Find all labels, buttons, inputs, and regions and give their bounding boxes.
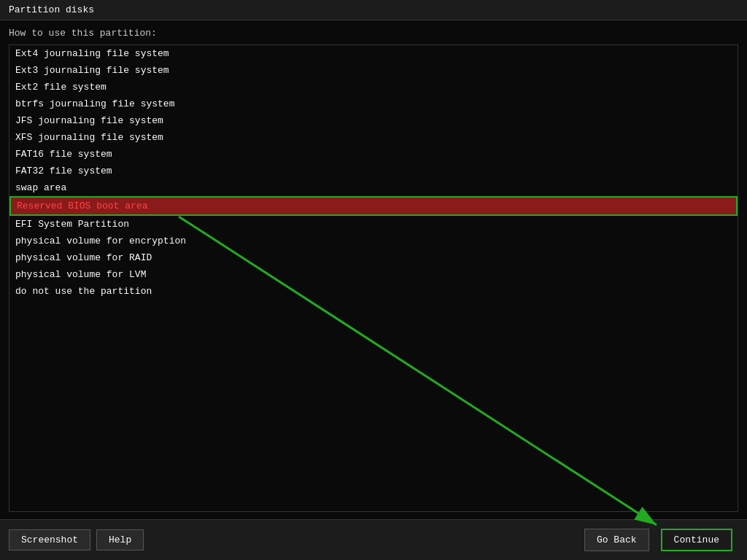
list-item[interactable]: FAT16 file system: [9, 146, 738, 163]
title-bar: Partition disks: [0, 0, 747, 20]
screenshot-button[interactable]: Screenshot: [9, 529, 90, 551]
list-item[interactable]: Ext3 journaling file system: [9, 62, 738, 79]
help-button[interactable]: Help: [96, 529, 144, 551]
list-item[interactable]: EFI System Partition: [9, 216, 738, 233]
main-content: How to use this partition: Ext4 journali…: [0, 20, 747, 519]
list-item[interactable]: JFS journaling file system: [9, 112, 738, 129]
subtitle: How to use this partition:: [9, 28, 738, 39]
list-item[interactable]: XFS journaling file system: [9, 129, 738, 146]
footer: Screenshot Help Go Back Continue: [0, 519, 747, 560]
list-item[interactable]: physical volume for RAID: [9, 249, 738, 266]
list-item[interactable]: Reserved BIOS boot area: [9, 196, 738, 216]
nav-buttons: Go Back Continue: [584, 529, 738, 551]
list-item[interactable]: Ext4 journaling file system: [9, 45, 738, 62]
list-item[interactable]: physical volume for LVM: [9, 266, 738, 283]
go-back-button[interactable]: Go Back: [584, 529, 649, 551]
app: Partition disks How to use this partitio…: [0, 0, 747, 560]
window-title: Partition disks: [9, 4, 94, 15]
list-item[interactable]: swap area: [9, 179, 738, 196]
list-item[interactable]: physical volume for encryption: [9, 233, 738, 249]
continue-button[interactable]: Continue: [661, 529, 732, 551]
list-item[interactable]: Ext2 file system: [9, 79, 738, 96]
list-item[interactable]: FAT32 file system: [9, 163, 738, 179]
partition-list[interactable]: Ext4 journaling file systemExt3 journali…: [9, 44, 738, 512]
list-item[interactable]: do not use the partition: [9, 283, 738, 300]
list-item[interactable]: btrfs journaling file system: [9, 96, 738, 112]
